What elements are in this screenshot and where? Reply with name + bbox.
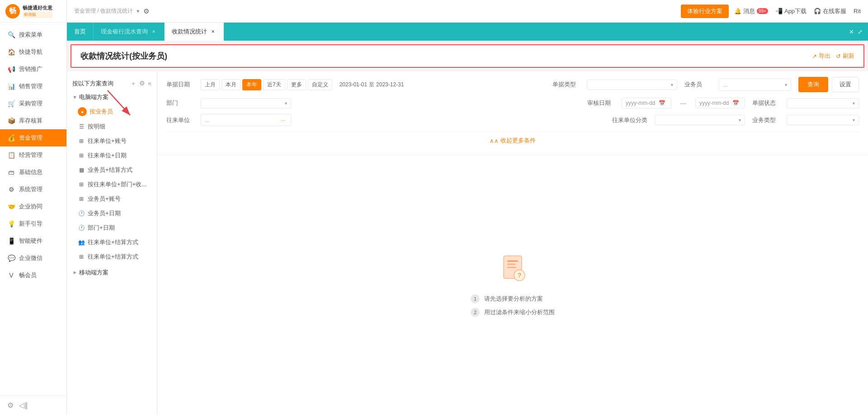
expand-icon[interactable]: ◁∥	[19, 401, 28, 410]
sidebar-item-label-search: 搜索菜单	[19, 31, 42, 39]
scheme-salesperson-settlement[interactable]: ▦ 业务员+结算方式	[67, 163, 157, 177]
tabbar-actions: ✕ ⤢	[849, 28, 868, 35]
app-download-button[interactable]: 📲 App下载	[775, 7, 807, 15]
scheme-partner-settlement-1[interactable]: 👥 往来单位+结算方式	[67, 235, 157, 250]
notification-button[interactable]: 🔔 消息 99+	[734, 7, 768, 15]
scheme-salesperson-account-label: 业务员+账号	[88, 195, 121, 203]
panel-settings-icon[interactable]: ⚙	[139, 80, 145, 88]
audit-date-to[interactable]: yyyy-mm-dd 📅	[695, 98, 745, 108]
scheme-by-salesperson-label: 按业务员	[90, 108, 113, 116]
scheme-by-salesperson[interactable]: ● 按业务员	[67, 104, 157, 119]
close-window-icon[interactable]: ✕	[849, 28, 854, 35]
doc-status-select[interactable]: ▾	[787, 98, 859, 108]
scheme-partner-date[interactable]: ⊞ 往来单位+日期	[67, 148, 157, 163]
expand-arrow-icon: ▼	[72, 94, 77, 100]
finance-icon: 💰	[7, 134, 15, 142]
audit-date-from[interactable]: yyyy-mm-dd 📅	[622, 98, 671, 108]
sidebar-item-sales[interactable]: 📊 销售管理	[0, 78, 66, 95]
trial-button[interactable]: 体验行业方案	[681, 5, 729, 18]
panel-collapse-icon[interactable]: «	[148, 80, 151, 88]
business-type-select[interactable]: ▾	[787, 115, 859, 125]
business-type-label: 业务类型	[752, 116, 779, 124]
tab-bank-flow[interactable]: 现金银行流水查询 ×	[94, 23, 165, 41]
settings-button[interactable]: 设置	[832, 77, 859, 92]
list-icon: ☰	[78, 123, 85, 130]
partner-more-icon[interactable]: ···	[279, 117, 287, 123]
dept-select[interactable]: ▾	[201, 98, 291, 108]
tab-bank-flow-label: 现金银行流水查询	[101, 28, 148, 36]
scheme-salesperson-account[interactable]: ⊞ 业务员+账号	[67, 192, 157, 206]
date-btn-this-year[interactable]: 本年	[242, 79, 261, 90]
sidebar-item-system[interactable]: ⚙ 系统管理	[0, 181, 66, 198]
sidebar-item-operations[interactable]: 📋 经营管理	[0, 146, 66, 164]
sidebar-item-marketing[interactable]: 📢 营销推广	[0, 61, 66, 78]
sidebar-item-quick[interactable]: 🏠 快捷导航	[0, 43, 66, 61]
date-btn-7days[interactable]: 近7天	[263, 79, 285, 90]
date-btn-more[interactable]: 更多	[287, 79, 306, 90]
logo-icon: 畅	[5, 4, 20, 19]
scheme-partner-settlement-2[interactable]: ⊞ 往来单位+结算方式	[67, 250, 157, 264]
tab-bank-flow-close[interactable]: ×	[151, 28, 157, 35]
sidebar-item-wechat[interactable]: 💬 企业微信	[0, 250, 66, 267]
collapse-button[interactable]: ∧∧ 收起更多条件	[166, 132, 859, 149]
settings-icon[interactable]: ⚙	[7, 401, 14, 410]
sidebar-item-basic[interactable]: 🗃 基础信息	[0, 164, 66, 181]
grid-icon-2: ⊞	[78, 152, 85, 159]
partner-category-select[interactable]: ▾	[655, 115, 745, 125]
sidebar-item-label-wechat: 企业微信	[19, 254, 42, 262]
date-btn-custom[interactable]: 自定义	[308, 79, 332, 90]
filter-row-1: 单据日期 上月 本月 本年 近7天 更多 自定义 2023-01-01 至	[166, 77, 859, 92]
sidebar-item-search[interactable]: 🔍 搜索菜单	[0, 26, 66, 43]
refresh-button[interactable]: ↺ 刷新	[836, 52, 854, 60]
desktop-section-title[interactable]: ▼ 电脑端方案	[67, 90, 157, 104]
chevron-down-icon[interactable]: ▾	[137, 8, 140, 14]
date-btn-this-month[interactable]: 本月	[222, 79, 241, 90]
sidebar-item-guide[interactable]: 💡 新手引导	[0, 215, 66, 232]
business-type-chevron-icon: ▾	[853, 118, 855, 123]
scheme-partner-settlement-2-label: 往来单位+结算方式	[88, 253, 138, 261]
sidebar-item-enterprise[interactable]: 🤝 企业协同	[0, 198, 66, 215]
active-indicator: ●	[78, 107, 87, 116]
mobile-section-title[interactable]: ▼ 移动端方案	[67, 266, 157, 279]
export-label: 导出	[819, 52, 830, 60]
logo-title: 畅捷通好生意	[23, 5, 52, 11]
clock-icon-1: 🕐	[78, 210, 85, 217]
scheme-partner-account-label: 往来单位+账号	[88, 137, 127, 145]
maximize-icon[interactable]: ⤢	[858, 28, 863, 35]
gear-icon[interactable]: ⚙	[143, 7, 149, 15]
scheme-dept-date-label: 部门+日期	[88, 224, 115, 232]
bar-icon: ▦	[78, 166, 85, 174]
panel-add-icon[interactable]: ＋	[130, 80, 137, 88]
tab-collection-close[interactable]: ×	[210, 28, 216, 35]
sidebar-item-label-hardware: 智能硬件	[19, 237, 42, 245]
sidebar-item-inventory[interactable]: 📦 库存核算	[0, 112, 66, 129]
scheme-partner-account[interactable]: ⊞ 往来单位+账号	[67, 134, 157, 148]
scheme-partner-dept[interactable]: ⊞ 按往来单位+部门+收...	[67, 177, 157, 192]
partner-select[interactable]: ... ···	[201, 114, 291, 126]
right-panel: 单据日期 上月 本月 本年 近7天 更多 自定义 2023-01-01 至	[157, 71, 868, 415]
sidebar-item-hardware[interactable]: 📱 智能硬件	[0, 232, 66, 250]
sidebar-item-member[interactable]: V 畅会员	[0, 267, 66, 284]
query-button[interactable]: 查询	[798, 77, 828, 92]
topbar-right: 🔔 消息 99+ 📲 App下载 🎧 在线客服 Rit	[734, 7, 861, 15]
export-button[interactable]: ↗ 导出	[812, 52, 830, 60]
scheme-salesperson-date[interactable]: 🕐 业务员+日期	[67, 206, 157, 221]
sidebar-item-finance[interactable]: 💰 资金管理	[0, 129, 66, 146]
online-service-button[interactable]: 🎧 在线客服	[814, 7, 846, 15]
user-avatar[interactable]: Rit	[854, 8, 861, 14]
filter-row-2: 部门 ▾ 审核日期 yyyy-mm-dd 📅 — y	[166, 98, 859, 108]
date-btn-last-month[interactable]: 上月	[201, 79, 220, 90]
step-2-label: 用过滤条件来缩小分析范围	[484, 308, 555, 316]
page-header: 收款情况统计(按业务员) ↗ 导出 ↺ 刷新	[71, 44, 864, 68]
sidebar-item-purchase[interactable]: 🛒 采购管理	[0, 95, 66, 112]
tab-home[interactable]: 首页	[67, 23, 94, 41]
scheme-by-detail[interactable]: ☰ 按明细	[67, 119, 157, 134]
sidebar-item-label-quick: 快捷导航	[19, 48, 42, 56]
mobile-section: ▼ 移动端方案	[67, 266, 157, 279]
doctype-select[interactable]: ▾	[587, 80, 677, 90]
salesperson-select[interactable]: ... ▾	[719, 79, 791, 91]
scheme-dept-date[interactable]: 🕐 部门+日期	[67, 221, 157, 235]
desktop-section-label: 电脑端方案	[79, 93, 108, 101]
tab-collection[interactable]: 收款情况统计 ×	[165, 23, 224, 41]
empty-step-1: 1 请先选择要分析的方案	[471, 294, 555, 303]
